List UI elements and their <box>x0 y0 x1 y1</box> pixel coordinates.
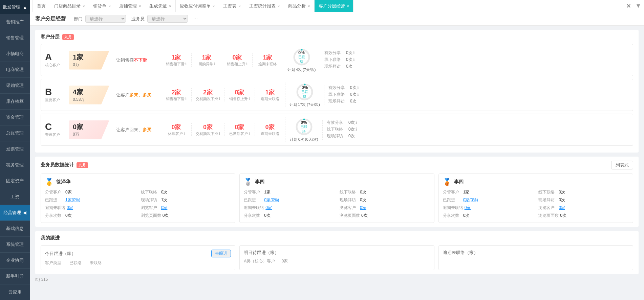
tier-count-b: 4家 0.53万 <box>69 86 109 105</box>
info-icon-3: ℹ <box>246 62 248 66</box>
tab-menu-icon[interactable]: ▼ <box>635 2 641 9</box>
tier-label-b: B 重要客户 <box>45 87 69 102</box>
medal-gold-icon: 🥇 <box>45 178 53 186</box>
tab-store-products[interactable]: 门店商品目录 × <box>50 0 89 12</box>
tab-close-store-mgmt[interactable]: × <box>139 4 141 8</box>
tab-store-mgmt[interactable]: 店铺管理 × <box>115 0 145 12</box>
sidebar-item-yyyg[interactable]: 云应用 <box>0 284 30 300</box>
sidebar-item-xcdsh[interactable]: 小畅电商 <box>0 46 30 62</box>
sidebar-item-jcxx[interactable]: 基础信息 <box>0 221 30 237</box>
sidebar-header[interactable]: 批发管理 ▲ <box>0 0 30 14</box>
sidebar-item-gz[interactable]: 工资 <box>0 189 30 205</box>
bottom-label: It } 315 <box>35 274 639 284</box>
biz-card-header-1: 🥈 李四 <box>244 178 430 186</box>
tier-overdue-b: 1家 逾期未联络 <box>255 88 285 101</box>
follow-title: 我的跟进 <box>41 235 633 241</box>
tab-payroll[interactable]: 工资表 × <box>219 0 245 12</box>
tab-product-analysis[interactable]: 商品分析 × <box>284 0 314 12</box>
biz-select[interactable]: 请选择 <box>147 15 188 23</box>
tier-count-c: 0家 0万 <box>69 120 109 139</box>
tier-right-stats-a: 有效分享 0次 ℹ 线下联络 0次 ℹ 现场拜访 0次 <box>320 50 629 70</box>
main-area: 首页 门店商品目录 × 销货单 × 店铺管理 × 生成凭证 × 应收应付调整单 … <box>30 0 644 300</box>
biz-label: 业务员 <box>131 16 145 22</box>
tab-close-payroll[interactable]: × <box>238 4 240 8</box>
follow-card-title-0: 今日跟进（家） 去跟进 <box>45 250 231 257</box>
tier-label-c: C 普通客户 <box>45 122 69 137</box>
sidebar-item-xsgl[interactable]: 销售管理 <box>0 30 30 46</box>
tab-close-ar-ap-adj[interactable]: × <box>213 4 215 8</box>
sidebar-item-jygl[interactable]: 经营管理 ◀ <box>0 205 30 221</box>
sidebar-item-fpgl[interactable]: 发票管理 <box>0 141 30 157</box>
circle-b: 0% 已联络 <box>295 83 314 101</box>
sidebar-item-swgl[interactable]: 税务管理 <box>0 157 30 173</box>
biz-section: 业务员数据统计 九月 列表式 🥇 徐泽华 分管客户 0家 <box>35 157 639 227</box>
sidebar-header-label: 批发管理 <box>3 4 20 10</box>
follow-sub-labels: 客户类型 已联络 未联络 <box>45 260 231 266</box>
filter-more-icon[interactable]: ··· <box>193 16 198 22</box>
sidebar-item-xsyd[interactable]: 新手引导 <box>0 269 30 284</box>
biz-stat-row: 分享次数 0次 <box>45 213 135 218</box>
list-view-button[interactable]: 列表式 <box>611 161 633 169</box>
tier-stat-c-1: 0家 休眠客户 ℹ <box>161 123 191 136</box>
tier-overdue-c: 0家 逾期未联络 <box>255 123 285 136</box>
tier-stat-c-2: 0家 交易频次下滑 ℹ <box>191 123 224 136</box>
tab-close-store-products[interactable]: × <box>83 4 85 8</box>
biz-month-badge: 九月 <box>77 162 88 168</box>
sidebar-item-cggl[interactable]: 采购管理 <box>0 78 30 94</box>
circle-a: 0% 已联络 <box>292 48 311 67</box>
sidebar-item-dsgл[interactable]: 电商管理 <box>0 62 30 78</box>
biz-card-2: 🥉 李四 分管客户 1家 线下联络 0次 已跟进 <box>438 174 633 223</box>
tab-ar-ap-adj[interactable]: 应收应付调整单 × <box>176 0 219 12</box>
tab-bar: 首页 门店商品目录 × 销货单 × 店铺管理 × 生成凭证 × 应收应付调整单 … <box>30 0 644 12</box>
tab-sales-order[interactable]: 销货单 × <box>89 0 115 12</box>
page-title: 客户分层经营 <box>35 16 66 22</box>
tier-stat-a-2: 1家 回购异常 ℹ <box>191 53 222 67</box>
tab-close-sales-order[interactable]: × <box>108 4 110 8</box>
biz-stats-grid-1: 分管客户 1家 线下联络 0次 已跟进 0家(0%) 现场拜访 <box>244 189 430 218</box>
filter-dept: 部门 请选择 <box>74 15 126 23</box>
tab-gen-voucher[interactable]: 生成凭证 × <box>145 0 175 12</box>
medal-silver-icon: 🥈 <box>244 178 252 186</box>
sidebar-item-yxtt[interactable]: 营销推广 <box>0 14 30 30</box>
go-follow-button[interactable]: 去跟进 <box>211 250 231 257</box>
tab-payroll-report[interactable]: 工资统计报表 × <box>245 0 284 12</box>
sidebar-item-zjgl[interactable]: 资金管理 <box>0 110 30 125</box>
tab-close-product-analysis[interactable]: × <box>308 4 310 8</box>
follow-card-title-2: 逾期未联络（家） <box>443 250 629 256</box>
tab-close-customer-tier[interactable]: × <box>347 4 349 8</box>
tier-stat-a-3: 0家 销售额上升 ℹ <box>222 53 252 67</box>
tab-close-payroll-report[interactable]: × <box>278 4 280 8</box>
follow-card-2: 逾期未联络（家） <box>438 245 633 270</box>
biz-card-0: 🥇 徐泽华 分管客户 0家 线下联络 0次 已跟进 <box>41 174 235 223</box>
biz-stats-grid-2: 分管客户 1家 线下联络 0次 已跟进 0家(0%) 现场拜访 <box>443 189 629 218</box>
tab-home[interactable]: 首页 <box>33 0 50 12</box>
tier-stat-b-2: 2家 交易频次下滑 ℹ <box>191 88 224 101</box>
tier-right-stats-c: 有效分享 0次 ℹ 线下联络 0次 ℹ 现场拜访 0次 <box>322 120 629 140</box>
customer-tier-section: 客户分层 九月 A 核心客户 1家 0万 让销售额不下滑 1家 <box>35 30 639 153</box>
tier-row-c: C 普通客户 0家 0万 让客户回来、多买 0家 休眠客户 ℹ <box>41 114 633 146</box>
sidebar-collapse-icon[interactable]: ▲ <box>23 5 27 10</box>
follow-card-title-1: 明日待跟进（家） <box>244 250 430 256</box>
sidebar-item-kchx[interactable]: 库存核算 <box>0 94 30 110</box>
tier-action-b: 让客户多来、多买 <box>113 92 161 98</box>
tab-close-gen-voucher[interactable]: × <box>169 4 171 8</box>
tier-circle-c: 0% 已联络 计划 0次 (0天/次) <box>285 117 322 142</box>
biz-stat-row: 逾期未联络 0家 <box>45 205 135 211</box>
tier-stat-b-3: 0家 销售额上升 ℹ <box>224 88 255 101</box>
biz-card-header-2: 🥉 李四 <box>443 178 629 186</box>
biz-stat-row: 现场拜访 1次 <box>141 197 231 203</box>
tab-close-all[interactable]: ✕ <box>623 2 634 10</box>
sidebar-item-xtgl[interactable]: 系统管理 <box>0 237 30 253</box>
sidebar: 批发管理 ▲ 营销推广 销售管理 小畅电商 电商管理 采购管理 库存核算 资金管… <box>0 0 30 300</box>
tab-customer-tier[interactable]: 客户分层经营 × <box>315 0 353 12</box>
biz-card-1: 🥈 李四 分管客户 1家 线下联络 0次 已跟进 <box>239 174 434 223</box>
circle-c: 0% 已联络 <box>295 117 314 136</box>
dept-select[interactable]: 请选择 <box>85 15 126 23</box>
customer-tier-month: 九月 <box>62 34 74 40</box>
sidebar-item-qyxt[interactable]: 企业协同 <box>0 253 30 269</box>
sidebar-item-gdzy[interactable]: 固定资产 <box>0 173 30 189</box>
follow-grid: 今日跟进（家） 去跟进 客户类型 已联络 未联络 明日待跟进（家） A类（核心）… <box>41 245 633 270</box>
follow-card-1: 明日待跟进（家） A类（核心）客户 0家 <box>239 245 434 270</box>
sidebar-item-zzgl[interactable]: 总账管理 <box>0 125 30 141</box>
biz-grid: 🥇 徐泽华 分管客户 0家 线下联络 0次 已跟进 <box>41 174 633 223</box>
